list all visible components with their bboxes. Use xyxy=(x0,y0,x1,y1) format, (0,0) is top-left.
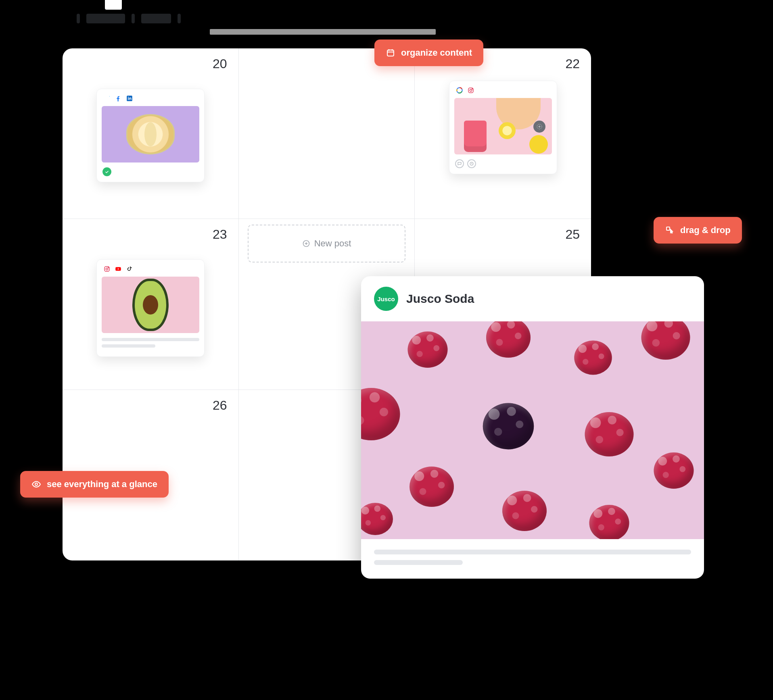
tag-drag-drop[interactable]: drag & drop xyxy=(654,217,742,244)
post-card-melon[interactable] xyxy=(96,89,205,182)
svg-rect-17 xyxy=(387,50,394,56)
svg-point-10 xyxy=(106,268,108,270)
day-number: 26 xyxy=(213,398,227,413)
drag-icon xyxy=(665,225,675,235)
brand-avatar: Jusco xyxy=(374,287,398,311)
status-comment-icon xyxy=(455,159,464,168)
post-card-avocado[interactable] xyxy=(96,259,205,357)
post-thumbnail xyxy=(454,98,552,154)
eye-icon xyxy=(31,479,41,489)
youtube-icon xyxy=(115,265,122,273)
calendar-cell[interactable]: 20 xyxy=(63,48,239,219)
calendar-cell[interactable]: 23 xyxy=(63,219,239,390)
post-thumbnail xyxy=(102,277,199,333)
day-number: 20 xyxy=(213,56,227,71)
svg-point-3 xyxy=(470,89,472,91)
post-thumbnail xyxy=(102,106,199,162)
tag-label: drag & drop xyxy=(680,225,731,235)
tag-organize-content[interactable]: organize content xyxy=(374,40,483,66)
post-card-drink[interactable] xyxy=(449,81,557,174)
instagram-icon xyxy=(103,265,111,273)
new-post-label: New post xyxy=(314,238,351,249)
day-number: 23 xyxy=(213,227,227,242)
svg-rect-21 xyxy=(666,227,670,230)
svg-point-11 xyxy=(108,267,109,268)
tag-label: organize content xyxy=(401,48,472,58)
linkedin-icon xyxy=(126,95,133,102)
preview-caption-placeholder xyxy=(361,539,704,579)
header-decoration-underline xyxy=(210,29,436,35)
status-scheduled-icon xyxy=(467,159,476,168)
window-tab-decoration xyxy=(105,0,122,10)
facebook-icon xyxy=(115,95,122,102)
calendar-cell[interactable]: 22 xyxy=(415,48,591,219)
preview-image xyxy=(361,321,704,539)
post-preview-card[interactable]: Jusco Jusco Soda xyxy=(361,276,704,579)
caption-placeholder xyxy=(102,338,199,348)
day-number: 25 xyxy=(565,227,580,242)
tag-see-glance[interactable]: see everything at a glance xyxy=(20,471,169,498)
twitter-icon xyxy=(103,95,111,102)
tag-label: see everything at a glance xyxy=(47,479,157,490)
new-post-dropzone[interactable]: New post xyxy=(248,225,406,262)
svg-point-4 xyxy=(472,89,473,90)
calendar-cell[interactable] xyxy=(239,48,415,219)
plus-circle-icon xyxy=(302,240,310,248)
google-icon xyxy=(456,87,463,94)
day-number: 22 xyxy=(565,56,580,71)
tiktok-icon xyxy=(126,265,133,273)
status-approved-icon xyxy=(102,167,111,176)
brand-name: Jusco Soda xyxy=(406,292,474,306)
header-decoration xyxy=(77,14,181,23)
add-media-icon[interactable] xyxy=(533,121,545,133)
calendar-icon xyxy=(386,48,395,58)
svg-point-22 xyxy=(35,483,38,485)
instagram-icon xyxy=(467,87,474,94)
